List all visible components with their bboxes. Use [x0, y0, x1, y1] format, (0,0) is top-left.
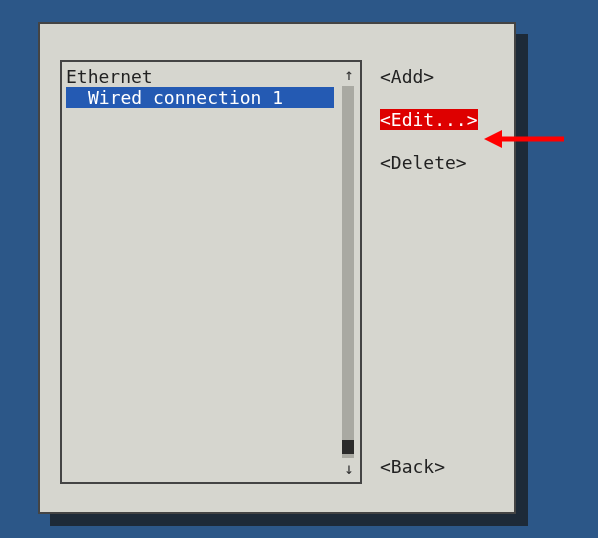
- add-button[interactable]: <Add>: [380, 66, 478, 87]
- scroll-track[interactable]: [342, 86, 354, 458]
- scroll-up-arrow-icon[interactable]: ↑: [338, 64, 360, 86]
- network-dialog: Ethernet Wired connection 1 ↑ ↓ <Add> <E…: [38, 22, 516, 514]
- svg-marker-1: [484, 130, 502, 148]
- list-item-label: Wired connection 1: [88, 87, 283, 108]
- edit-button[interactable]: <Edit...>: [380, 109, 478, 130]
- annotation-arrow-icon: [484, 126, 564, 152]
- scrollbar[interactable]: ↑ ↓: [338, 62, 360, 482]
- button-column: <Add> <Edit...> <Delete>: [380, 66, 478, 195]
- group-header-ethernet: Ethernet: [66, 66, 334, 87]
- scroll-down-arrow-icon[interactable]: ↓: [338, 458, 360, 480]
- delete-button[interactable]: <Delete>: [380, 152, 478, 173]
- list-content: Ethernet Wired connection 1: [62, 62, 338, 482]
- list-item[interactable]: Wired connection 1: [66, 87, 334, 108]
- back-button[interactable]: <Back>: [380, 456, 445, 477]
- scroll-thumb[interactable]: [342, 440, 354, 454]
- connections-listbox[interactable]: Ethernet Wired connection 1 ↑ ↓: [60, 60, 362, 484]
